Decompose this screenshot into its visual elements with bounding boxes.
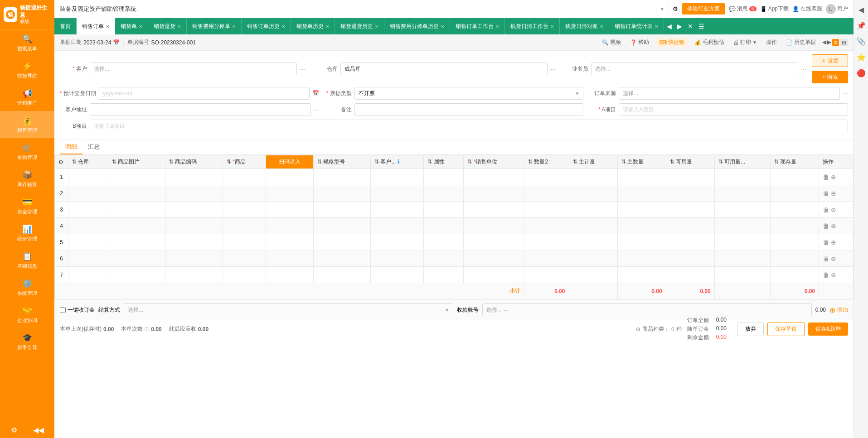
help-btn[interactable]: ❓ 帮助	[627, 38, 652, 47]
dropdown-arrow[interactable]: ▼	[659, 6, 665, 12]
delete-icon[interactable]: 🗑	[823, 239, 829, 246]
row-5-spec[interactable]	[313, 234, 370, 250]
row-5-warehouse[interactable]	[68, 234, 108, 250]
salesperson-input[interactable]: 选择...	[591, 63, 798, 75]
row-2-available[interactable]	[666, 185, 714, 202]
row-5-available-more[interactable]	[714, 234, 770, 250]
row-3-product[interactable]	[223, 202, 266, 218]
row-4-available[interactable]	[666, 218, 714, 234]
invoice-type-select[interactable]: 不开票 ▼	[354, 87, 584, 100]
sidebar-item-guide[interactable]: 🎓 新手引导	[0, 328, 54, 356]
close-tab-icon[interactable]: ✕	[655, 24, 658, 29]
right-panel-pin-icon[interactable]: 📌	[855, 19, 868, 32]
th-sales-unit[interactable]: ⇅ *销售单位	[464, 155, 524, 169]
close-tab-icon[interactable]: ✕	[106, 24, 109, 29]
th-main-unit[interactable]: ⇅ 主计量	[569, 155, 617, 169]
row-7-sales-unit[interactable]	[464, 267, 524, 283]
calendar-icon[interactable]: 📅	[113, 39, 120, 46]
row-7-qty2[interactable]	[524, 267, 569, 283]
th-available-more[interactable]: ⇅ 可用量...	[714, 155, 770, 169]
address-input[interactable]	[90, 103, 311, 116]
th-available[interactable]: ⇅ 可用量	[666, 155, 714, 169]
row-3-attribute[interactable]	[424, 202, 464, 218]
row-4-main-qty[interactable]	[617, 218, 666, 234]
tab-invoice-history[interactable]: 销货单历史 ✕	[291, 18, 335, 34]
tab-sales-order[interactable]: 销售订单 ✕	[77, 18, 115, 34]
row-6-scan[interactable]	[266, 250, 313, 267]
row-7-warehouse[interactable]	[68, 267, 108, 283]
receipt-dots[interactable]: ···	[504, 306, 509, 313]
row-2-warehouse[interactable]	[68, 185, 108, 202]
delete-icon[interactable]: 🗑	[823, 222, 829, 230]
tab-menu-btn[interactable]: ☰	[696, 23, 707, 30]
info-icon[interactable]: ℹ	[398, 159, 400, 165]
row-4-stock[interactable]	[770, 218, 819, 234]
receipt-account-select[interactable]: 选择... ···	[482, 303, 812, 316]
goods-count-icon[interactable]: ⊙	[636, 326, 640, 332]
remark-input[interactable]	[354, 103, 584, 116]
copy-icon[interactable]: ⊕	[831, 255, 836, 262]
row-1-main-unit[interactable]	[569, 169, 617, 185]
row-1-product[interactable]	[223, 169, 266, 185]
row-7-customer-code[interactable]	[371, 267, 424, 283]
row-7-main-unit[interactable]	[569, 267, 617, 283]
close-tab-icon[interactable]: ✕	[281, 24, 285, 29]
th-customer-code[interactable]: ⇅ 客户... ℹ	[371, 155, 424, 169]
row-2-main-qty[interactable]	[617, 185, 666, 202]
delete-icon[interactable]: 🗑	[823, 206, 829, 213]
history-btn[interactable]: 📄 历史单据	[783, 38, 819, 47]
row-3-image[interactable]	[108, 202, 165, 218]
sidebar-item-inventory[interactable]: 📦 库存核算	[0, 165, 54, 193]
row-1-scan[interactable]	[266, 169, 313, 185]
th-scan[interactable]: 扫码录入	[266, 155, 313, 169]
sidebar-item-sales[interactable]: 💰 销售管理	[0, 111, 54, 138]
row-2-code[interactable]	[165, 185, 223, 202]
row-7-stock[interactable]	[770, 267, 819, 283]
row-1-spec[interactable]	[313, 169, 370, 185]
row-4-qty2[interactable]	[524, 218, 569, 234]
row-6-available[interactable]	[666, 250, 714, 267]
row-2-spec[interactable]	[313, 185, 370, 202]
right-panel-expand-icon[interactable]: ◀	[857, 4, 866, 16]
tab-summary[interactable]: 汇总	[82, 140, 105, 154]
row-2-main-unit[interactable]	[569, 185, 617, 202]
row-3-sales-unit[interactable]	[464, 202, 524, 218]
row-1-code[interactable]	[165, 169, 223, 185]
sidebar-item-purchase[interactable]: 🛒 采购管理	[0, 138, 54, 165]
delete-icon[interactable]: 🗑	[823, 255, 829, 262]
row-4-sales-unit[interactable]	[464, 218, 524, 234]
info-circle[interactable]: ⓘ	[145, 326, 149, 332]
sidebar-item-basic-info[interactable]: 📋 基础信息	[0, 247, 54, 274]
row-2-customer-code[interactable]	[371, 185, 424, 202]
row-5-sales-unit[interactable]	[464, 234, 524, 250]
th-product[interactable]: ⇅ *商品	[223, 155, 266, 169]
tab-expense-split[interactable]: 销售费用分摊单 ✕	[187, 18, 242, 34]
tab-close-btn[interactable]: ✕	[685, 23, 696, 30]
tab-expense-history[interactable]: 销售费用分摊单历史 ✕	[384, 18, 450, 34]
row-1-available-more[interactable]	[714, 169, 770, 185]
row-6-warehouse[interactable]	[68, 250, 108, 267]
row-4-product[interactable]	[223, 218, 266, 234]
save-draft-btn[interactable]: 保存草稿	[767, 322, 805, 336]
row-6-main-unit[interactable]	[569, 250, 617, 267]
row-7-code[interactable]	[165, 267, 223, 283]
copy-icon[interactable]: ⊕	[831, 271, 836, 279]
row-5-scan[interactable]	[266, 234, 313, 250]
row-4-attribute[interactable]	[424, 218, 464, 234]
add-btn[interactable]: ⊕ 添加	[829, 306, 848, 314]
row-5-available[interactable]	[666, 234, 714, 250]
row-6-image[interactable]	[108, 250, 165, 267]
tab-home[interactable]: 首页	[54, 18, 77, 34]
copy-icon[interactable]: ⊕	[831, 190, 836, 197]
save-new-btn[interactable]: 保存&新增	[808, 322, 848, 336]
row-7-available[interactable]	[666, 267, 714, 283]
row-2-available-more[interactable]	[714, 185, 770, 202]
row-5-customer-code[interactable]	[371, 234, 424, 250]
close-tab-icon[interactable]: ✕	[550, 24, 554, 29]
row-2-sales-unit[interactable]	[464, 185, 524, 202]
tab-order-stats[interactable]: 销售订单统计表 ✕	[609, 18, 664, 34]
customer-input[interactable]: 选择...	[90, 63, 297, 75]
row-2-scan[interactable]	[266, 185, 313, 202]
row-3-main-qty[interactable]	[617, 202, 666, 218]
row-5-main-qty[interactable]	[617, 234, 666, 250]
